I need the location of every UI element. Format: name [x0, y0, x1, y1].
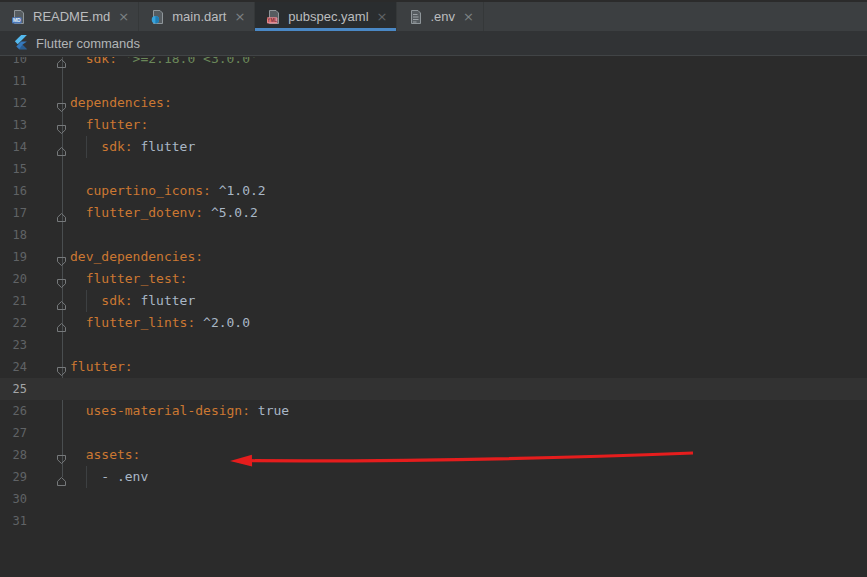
- close-icon[interactable]: ×: [463, 10, 474, 23]
- markdown-file-icon: MD: [11, 9, 27, 25]
- dart-file-icon: [150, 9, 166, 25]
- svg-text:MD: MD: [13, 17, 21, 23]
- yaml-file-icon: YML: [266, 9, 282, 25]
- editor-line-31[interactable]: 31: [0, 510, 867, 532]
- editor-line-26[interactable]: 26 uses-material-design: true: [0, 400, 867, 422]
- code-text: - .env: [70, 466, 867, 488]
- tab-pubspec-yaml[interactable]: YMLpubspec.yaml×: [255, 2, 397, 31]
- editor-line-29[interactable]: 29 - .env: [0, 466, 867, 488]
- code-text: flutter_test:: [70, 268, 867, 290]
- line-number: 27: [0, 422, 27, 444]
- editor-tab-bar: MDREADME.md×main.dart×YMLpubspec.yaml×.e…: [0, 0, 867, 31]
- tab-label: main.dart: [172, 9, 226, 24]
- code-text: flutter_dotenv: ^5.0.2: [70, 202, 867, 224]
- line-number: 12: [0, 92, 27, 114]
- editor-line-28[interactable]: 28 assets:: [0, 444, 867, 466]
- line-number: 20: [0, 268, 27, 290]
- editor-line-20[interactable]: 20 flutter_test:: [0, 268, 867, 290]
- line-number: 21: [0, 290, 27, 312]
- fold-end-icon[interactable]: [56, 57, 67, 64]
- editor-line-14[interactable]: 14 sdk: flutter: [0, 136, 867, 158]
- fold-end-icon[interactable]: [56, 295, 67, 306]
- editor-line-23[interactable]: 23: [0, 334, 867, 356]
- close-icon[interactable]: ×: [118, 10, 129, 23]
- code-text: sdk: flutter: [70, 290, 867, 312]
- editor-line-10[interactable]: 10 sdk: '>=2.18.0 <3.0.0': [0, 57, 867, 70]
- tab-label: README.md: [33, 9, 110, 24]
- fold-end-icon[interactable]: [56, 207, 67, 218]
- fold-start-icon[interactable]: [56, 449, 67, 460]
- close-icon[interactable]: ×: [234, 10, 245, 23]
- tab-env[interactable]: .env×: [397, 2, 483, 31]
- fold-start-icon[interactable]: [56, 273, 67, 284]
- editor-line-22[interactable]: 22 flutter_lints: ^2.0.0: [0, 312, 867, 334]
- tab-label: .env: [430, 9, 455, 24]
- code-text: sdk: '>=2.18.0 <3.0.0': [70, 57, 867, 70]
- fold-start-icon[interactable]: [56, 251, 67, 262]
- code-text: uses-material-design: true: [70, 400, 867, 422]
- fold-end-icon[interactable]: [56, 471, 67, 482]
- banner-label: Flutter commands: [36, 36, 140, 51]
- fold-start-icon[interactable]: [56, 97, 67, 108]
- code-text: sdk: flutter: [70, 136, 867, 158]
- line-number: 15: [0, 158, 27, 180]
- editor-line-12[interactable]: 12dependencies:: [0, 92, 867, 114]
- editor-line-30[interactable]: 30: [0, 488, 867, 510]
- line-number: 25: [0, 378, 27, 400]
- editor-line-24[interactable]: 24flutter:: [0, 356, 867, 378]
- code-text: flutter:: [70, 114, 867, 136]
- line-number: 10: [0, 57, 27, 70]
- editor-line-25[interactable]: 25: [0, 378, 867, 400]
- text-file-icon: [408, 9, 424, 25]
- fold-end-icon[interactable]: [56, 141, 67, 152]
- editor-line-15[interactable]: 15: [0, 158, 867, 180]
- code-text: flutter_lints: ^2.0.0: [70, 312, 867, 334]
- editor-line-21[interactable]: 21 sdk: flutter: [0, 290, 867, 312]
- fold-end-icon[interactable]: [56, 317, 67, 328]
- line-number: 24: [0, 356, 27, 378]
- editor-line-11[interactable]: 11: [0, 70, 867, 92]
- flutter-commands-banner[interactable]: Flutter commands: [0, 31, 867, 56]
- editor-line-16[interactable]: 16 cupertino_icons: ^1.0.2: [0, 180, 867, 202]
- editor-line-27[interactable]: 27: [0, 422, 867, 444]
- line-number: 23: [0, 334, 27, 356]
- line-number: 29: [0, 466, 27, 488]
- tab-main-dart[interactable]: main.dart×: [139, 2, 255, 31]
- code-text: dependencies:: [70, 92, 867, 114]
- line-number: 30: [0, 488, 27, 510]
- fold-start-icon[interactable]: [56, 119, 67, 130]
- line-number: 13: [0, 114, 27, 136]
- line-number: 22: [0, 312, 27, 334]
- line-number: 26: [0, 400, 27, 422]
- code-text: assets:: [70, 444, 867, 466]
- editor-line-17[interactable]: 17 flutter_dotenv: ^5.0.2: [0, 202, 867, 224]
- tab-label: pubspec.yaml: [288, 9, 368, 24]
- code-editor[interactable]: 10 sdk: '>=2.18.0 <3.0.0'1112dependencie…: [0, 57, 867, 577]
- line-number: 18: [0, 224, 27, 246]
- line-number: 17: [0, 202, 27, 224]
- close-icon[interactable]: ×: [377, 10, 388, 23]
- line-number: 16: [0, 180, 27, 202]
- line-number: 31: [0, 510, 27, 532]
- line-number: 19: [0, 246, 27, 268]
- fold-start-icon[interactable]: [56, 361, 67, 372]
- flutter-logo-icon: [12, 34, 28, 53]
- editor-line-13[interactable]: 13 flutter:: [0, 114, 867, 136]
- line-number: 14: [0, 136, 27, 158]
- editor-line-19[interactable]: 19dev_dependencies:: [0, 246, 867, 268]
- editor-line-18[interactable]: 18: [0, 224, 867, 246]
- line-number: 28: [0, 444, 27, 466]
- line-number: 11: [0, 70, 27, 92]
- svg-text:YML: YML: [268, 18, 278, 23]
- code-text: flutter:: [70, 356, 867, 378]
- tab-readme-md[interactable]: MDREADME.md×: [0, 2, 139, 31]
- code-text: dev_dependencies:: [70, 246, 867, 268]
- code-text: cupertino_icons: ^1.0.2: [70, 180, 867, 202]
